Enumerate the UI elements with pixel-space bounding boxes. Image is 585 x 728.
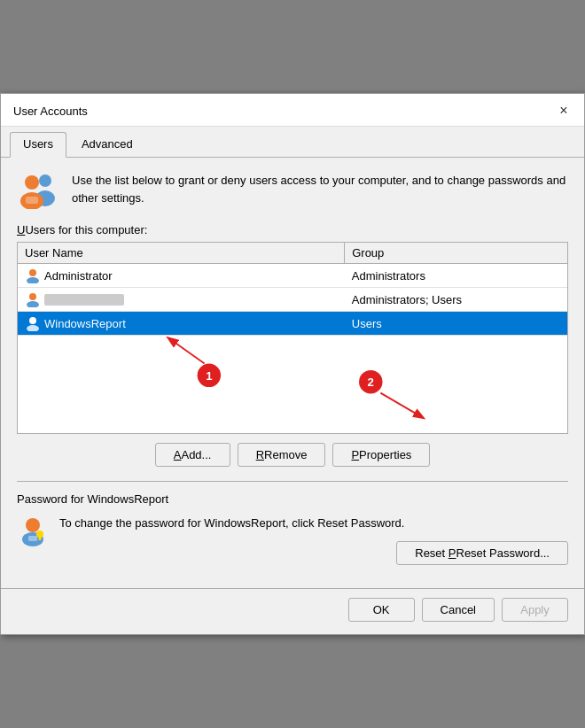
table-container: User Name Group Administrator Admi — [17, 242, 568, 434]
users-section-label: UUsers for this computer: — [17, 223, 568, 236]
remove-button[interactable]: RRemove — [238, 443, 326, 467]
ok-button[interactable]: OK — [348, 598, 415, 622]
table-body: Administrator Administrators — [18, 264, 567, 433]
window-title: User Accounts — [13, 105, 88, 118]
tab-bar: Users Advanced — [1, 127, 584, 158]
password-label: Password for WindowsReport — [17, 492, 568, 506]
user-icon — [25, 315, 41, 331]
table-row[interactable]: Administrators; Users — [18, 288, 567, 312]
svg-point-2 — [25, 175, 39, 190]
group-cell: Administrators; Users — [345, 290, 567, 310]
action-buttons: AAdd... RRemove PProperties — [17, 443, 568, 467]
table-row[interactable]: WindowsReport Users — [18, 312, 567, 336]
password-section: Password for WindowsReport To change the… — [17, 481, 568, 565]
password-description: To change the password for WindowsReport… — [59, 515, 568, 532]
group-cell: Users — [345, 314, 567, 334]
username-cell: WindowsReport — [18, 312, 345, 335]
col-username: User Name — [18, 243, 345, 263]
cancel-button[interactable]: Cancel — [422, 598, 495, 622]
password-text-area: To change the password for WindowsReport… — [59, 515, 568, 565]
reset-password-button[interactable]: Reset PReset Password... — [396, 541, 568, 565]
reset-btn-row: Reset PReset Password... — [59, 541, 568, 565]
username-cell — [18, 288, 345, 311]
apply-button[interactable]: Apply — [502, 598, 568, 622]
footer: OK Cancel Apply — [1, 588, 584, 634]
svg-rect-22 — [39, 536, 42, 540]
properties-button[interactable]: PProperties — [332, 443, 430, 467]
title-bar: User Accounts × — [1, 94, 584, 127]
svg-point-9 — [29, 317, 36, 324]
main-content: Use the list below to grant or deny user… — [1, 158, 584, 588]
col-group: Group — [345, 243, 567, 263]
password-content: To change the password for WindowsReport… — [17, 515, 568, 565]
tab-advanced[interactable]: Advanced — [68, 132, 146, 157]
table-row[interactable]: Administrator Administrators — [18, 264, 567, 288]
info-description: Use the list below to grant or deny user… — [72, 172, 568, 206]
close-button[interactable]: × — [554, 101, 573, 120]
add-button[interactable]: AAdd... — [155, 443, 230, 467]
svg-rect-4 — [26, 197, 38, 204]
group-cell: Administrators — [345, 266, 567, 286]
info-section: Use the list below to grant or deny user… — [17, 172, 568, 209]
svg-rect-20 — [28, 536, 37, 541]
svg-point-0 — [39, 174, 51, 187]
svg-point-8 — [27, 301, 39, 307]
tab-users[interactable]: Users — [10, 132, 66, 158]
user-icon — [25, 291, 41, 307]
user-accounts-window: User Accounts × Users Advanced Use — [0, 93, 585, 635]
svg-point-10 — [27, 325, 39, 331]
svg-point-18 — [26, 518, 40, 532]
users-info-icon — [17, 172, 59, 209]
svg-point-7 — [29, 293, 36, 300]
user-table: User Name Group Administrator Admi — [17, 242, 568, 434]
user-icon — [25, 267, 41, 283]
svg-point-5 — [29, 269, 36, 276]
username-cell: Administrator — [18, 264, 345, 287]
password-icon — [17, 515, 49, 546]
table-header: User Name Group — [18, 243, 567, 264]
svg-point-6 — [27, 277, 39, 283]
table-empty-space — [18, 336, 567, 433]
